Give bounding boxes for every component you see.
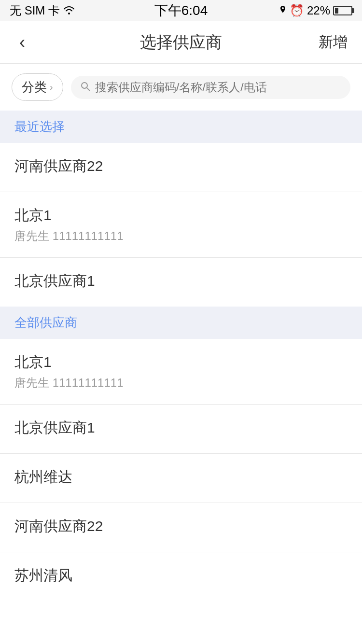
- item-name: 北京供应商1: [14, 271, 348, 291]
- search-input[interactable]: [95, 81, 341, 94]
- recent-item-1[interactable]: 北京1 唐先生 11111111111: [0, 192, 362, 258]
- status-right: ⏰ 22%: [279, 4, 352, 17]
- item-name: 苏州清风: [14, 566, 348, 586]
- all-section-header: 全部供应商: [0, 307, 362, 339]
- recent-item-0[interactable]: 河南供应商22: [0, 143, 362, 192]
- recent-section-header: 最近选择: [0, 111, 362, 143]
- category-button[interactable]: 分类 ›: [12, 73, 63, 101]
- all-item-3[interactable]: 河南供应商22: [0, 503, 362, 552]
- item-sub: 唐先生 11111111111: [14, 375, 348, 391]
- search-icon: [81, 81, 90, 94]
- nav-bar: ‹ 选择供应商 新增: [0, 21, 362, 64]
- item-name: 河南供应商22: [14, 156, 348, 176]
- all-item-4[interactable]: 苏州清风: [0, 552, 362, 601]
- add-button[interactable]: 新增: [319, 32, 348, 52]
- battery-icon: [333, 6, 352, 15]
- status-left: 无 SIM 卡: [10, 3, 74, 18]
- page-title: 选择供应商: [140, 31, 222, 54]
- carrier-text: 无 SIM 卡: [10, 3, 60, 18]
- item-name: 北京1: [14, 352, 348, 372]
- filter-bar: 分类 ›: [0, 64, 362, 111]
- item-sub: 唐先生 11111111111: [14, 228, 348, 244]
- alarm-icon: ⏰: [290, 4, 304, 17]
- status-bar: 无 SIM 卡 下午6:04 ⏰ 22%: [0, 0, 362, 21]
- svg-line-1: [87, 88, 90, 91]
- all-item-2[interactable]: 杭州维达: [0, 454, 362, 503]
- location-icon: [279, 4, 287, 17]
- item-name: 北京供应商1: [14, 418, 348, 438]
- item-name: 北京1: [14, 206, 348, 225]
- all-items-list: 北京1 唐先生 11111111111 北京供应商1 杭州维达 河南供应商22 …: [0, 339, 362, 601]
- recent-item-2[interactable]: 北京供应商1: [0, 258, 362, 307]
- all-item-0[interactable]: 北京1 唐先生 11111111111: [0, 339, 362, 405]
- item-name: 河南供应商22: [14, 517, 348, 536]
- wifi-icon: [64, 4, 74, 17]
- status-time: 下午6:04: [154, 1, 208, 20]
- svg-point-0: [82, 83, 87, 88]
- recent-section-title: 最近选择: [14, 119, 65, 134]
- all-section-title: 全部供应商: [14, 315, 77, 330]
- chevron-right-icon: ›: [50, 82, 53, 93]
- back-button[interactable]: ‹: [14, 28, 30, 57]
- item-name: 杭州维达: [14, 467, 348, 487]
- recent-items-list: 河南供应商22 北京1 唐先生 11111111111 北京供应商1: [0, 143, 362, 307]
- battery-text: 22%: [307, 4, 330, 17]
- all-item-1[interactable]: 北京供应商1: [0, 405, 362, 454]
- category-label: 分类: [22, 79, 47, 96]
- search-box: [71, 76, 350, 99]
